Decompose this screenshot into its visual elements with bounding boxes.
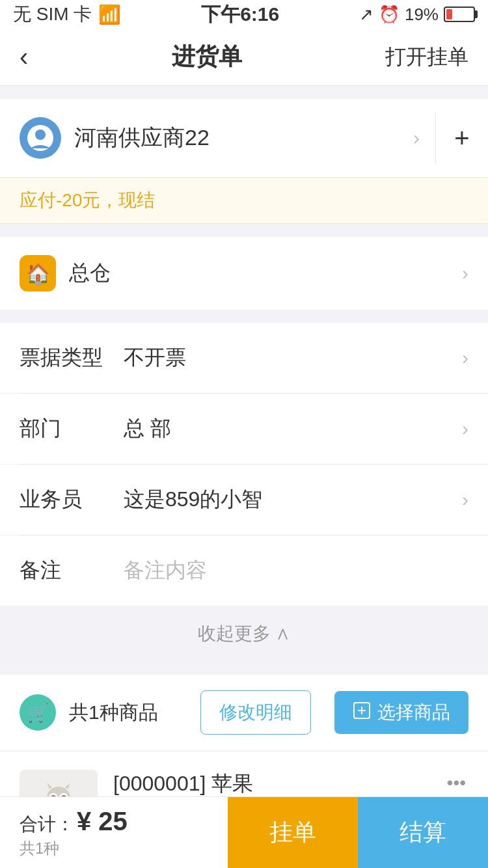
select-product-button[interactable]: 选择商品 (334, 691, 468, 734)
supplier-avatar (20, 117, 61, 159)
total-section: 合计： ¥ 25 共1种 (0, 797, 228, 868)
open-pending-button[interactable]: 打开挂单 (385, 43, 468, 72)
warehouse-chevron-icon: › (462, 262, 468, 284)
add-supplier-button[interactable]: + (436, 99, 488, 177)
warehouse-label: 总仓 (69, 259, 449, 288)
select-product-icon (353, 701, 371, 724)
location-icon: ↗ (359, 5, 373, 25)
department-value: 总 部 (124, 414, 462, 443)
status-left: 无 SIM 卡 📶 (13, 2, 121, 27)
supplier-section: 河南供应商22 › + (0, 99, 488, 177)
form-section: 票据类型 不开票 › 部门 总 部 › 业务员 这是859的小智 › 备注 备注… (0, 323, 488, 606)
product-title: 苹果 (211, 772, 253, 795)
product-count-text: 共1种商品 (69, 699, 187, 726)
total-amount: ¥ 25 (77, 807, 128, 836)
status-time: 下午6:16 (201, 1, 279, 28)
avatar-icon (27, 125, 53, 151)
remark-label: 备注 (20, 556, 124, 585)
page-title: 进货单 (172, 41, 242, 73)
product-name: [0000001] 苹果 (113, 770, 429, 798)
warehouse-row[interactable]: 🏠 总仓 › (0, 237, 488, 310)
alarm-icon: ⏰ (379, 5, 400, 25)
warning-banner: 应付-20元，现结 (0, 177, 488, 224)
gap-3 (0, 310, 488, 323)
supplier-main-row[interactable]: 河南供应商22 › (0, 99, 435, 177)
gap-2 (0, 224, 488, 237)
checkout-button[interactable]: 结算 (358, 797, 488, 868)
salesperson-value: 这是859的小智 (124, 485, 462, 514)
product-code: [0000001] (113, 772, 211, 795)
warning-text: 应付-20元，现结 (20, 190, 155, 210)
wifi-icon: 📶 (98, 4, 121, 25)
back-button[interactable]: ‹ (20, 42, 28, 72)
carrier-label: 无 SIM 卡 (13, 2, 92, 27)
select-product-label: 选择商品 (377, 700, 450, 725)
battery-percent: 19% (405, 5, 439, 25)
salesperson-row[interactable]: 业务员 这是859的小智 › (0, 465, 488, 535)
warehouse-icon: 🏠 (20, 255, 56, 292)
svg-marker-12 (65, 783, 70, 789)
product-header: 🛒 共1种商品 修改明细 选择商品 (0, 675, 488, 750)
warehouse-icon-inner: 🏠 (26, 262, 50, 285)
department-label: 部门 (20, 414, 124, 443)
supplier-name: 河南供应商22 (74, 123, 400, 153)
product-count-icon: 🛒 (20, 694, 56, 731)
collapse-row[interactable]: 收起更多 ∧ (0, 606, 488, 662)
salesperson-chevron-icon: › (462, 489, 468, 511)
status-bar: 无 SIM 卡 📶 下午6:16 ↗ ⏰ 19% (0, 0, 488, 29)
department-row[interactable]: 部门 总 部 › (0, 394, 488, 464)
invoice-type-label: 票据类型 (20, 344, 124, 372)
cart-icon: 🛒 (27, 702, 49, 724)
total-label: 合计： (20, 812, 74, 837)
hang-button[interactable]: 挂单 (228, 797, 358, 868)
salesperson-label: 业务员 (20, 485, 124, 514)
invoice-type-value: 不开票 (124, 344, 462, 372)
department-chevron-icon: › (462, 418, 468, 440)
svg-marker-11 (47, 783, 52, 789)
remark-placeholder[interactable]: 备注内容 (124, 556, 468, 585)
invoice-type-row[interactable]: 票据类型 不开票 › (0, 323, 488, 393)
supplier-chevron-icon: › (413, 127, 420, 149)
total-count: 共1种 (20, 838, 228, 859)
gap-1 (0, 86, 488, 99)
bottom-bar: 合计： ¥ 25 共1种 挂单 结算 (0, 796, 488, 868)
more-icon: ••• (447, 772, 466, 793)
status-right: ↗ ⏰ 19% (359, 5, 475, 25)
remark-row[interactable]: 备注 备注内容 (0, 536, 488, 606)
product-more-button[interactable]: ••• (444, 770, 468, 796)
collapse-label: 收起更多 ∧ (198, 621, 291, 646)
nav-bar: ‹ 进货单 打开挂单 (0, 29, 488, 86)
invoice-type-chevron-icon: › (462, 347, 468, 369)
svg-point-0 (35, 129, 46, 140)
battery-icon (444, 7, 475, 22)
back-icon: ‹ (20, 42, 28, 72)
modify-detail-button[interactable]: 修改明细 (200, 690, 311, 735)
